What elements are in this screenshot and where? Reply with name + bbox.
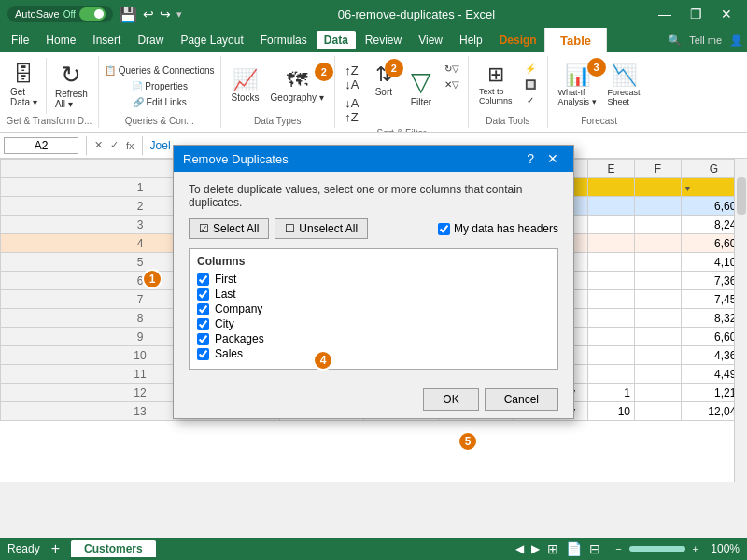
scroll-right-btn[interactable]: ▶	[531, 542, 540, 555]
formula-accept-btn[interactable]: ✓	[110, 139, 119, 151]
quick-access-more[interactable]: ▾	[176, 8, 182, 21]
dialog-close-btn[interactable]: ✕	[542, 151, 564, 166]
cell-f13[interactable]	[635, 402, 682, 421]
table-tab[interactable]: Table	[544, 28, 607, 52]
menu-review[interactable]: Review	[358, 31, 409, 49]
scroll-left-btn[interactable]: ◀	[515, 542, 524, 555]
menu-view[interactable]: View	[411, 31, 450, 49]
menu-file[interactable]: File	[4, 31, 36, 49]
vertical-scrollbar[interactable]	[734, 159, 747, 482]
menu-insert[interactable]: Insert	[85, 31, 128, 49]
cell-e1[interactable]	[588, 178, 635, 197]
zoom-minus-btn[interactable]: −	[615, 543, 621, 554]
formula-insert-fn-btn[interactable]: fx	[126, 140, 134, 151]
cell-e6[interactable]	[588, 272, 635, 290]
reapply-btn[interactable]: ↻▽	[442, 62, 462, 76]
col-checkbox-last[interactable]	[197, 288, 209, 301]
refresh-all-btn[interactable]: ↻ RefreshAll ▾	[50, 60, 92, 112]
cell-e13[interactable]: 10	[588, 402, 635, 421]
remove-duplicates-btn[interactable]: 🔲	[519, 77, 542, 91]
cell-e12[interactable]: 1	[588, 384, 635, 402]
menu-help[interactable]: Help	[452, 31, 490, 49]
cell-e2[interactable]	[588, 197, 635, 216]
cell-e8[interactable]	[588, 309, 635, 328]
menu-draw[interactable]: Draw	[130, 31, 171, 49]
filter-drop-g1[interactable]: ▾	[685, 184, 690, 193]
cell-f1[interactable]	[635, 178, 682, 197]
col-header-f[interactable]: F	[635, 160, 682, 178]
undo-btn[interactable]: ↩	[143, 7, 154, 21]
geography-btn[interactable]: 2 🗺 Geography ▾	[266, 67, 329, 105]
cell-f7[interactable]	[635, 290, 682, 309]
cell-e10[interactable]	[588, 346, 635, 365]
get-data-btn[interactable]: 🗄 GetData ▾	[6, 62, 42, 110]
cell-f4[interactable]	[635, 234, 682, 253]
cell-f6[interactable]	[635, 272, 682, 290]
menu-formulas[interactable]: Formulas	[253, 31, 315, 49]
col-checkbox-city[interactable]	[197, 318, 209, 330]
menu-page-layout[interactable]: Page Layout	[173, 31, 250, 49]
tell-me-input[interactable]: Tell me	[689, 35, 722, 46]
what-if-btn[interactable]: 3 📊 What-IfAnalysis ▾	[554, 63, 601, 109]
my-data-headers-label[interactable]: My data has headers	[438, 222, 558, 235]
flash-fill-btn[interactable]: ⚡	[519, 62, 542, 76]
sort-btn[interactable]: 2 ⇅ Sort	[367, 62, 401, 100]
save-icon[interactable]: 💾	[119, 6, 137, 23]
cell-f5[interactable]	[635, 253, 682, 272]
col-checkbox-sales[interactable]	[197, 348, 209, 360]
clear-btn[interactable]: ✕▽	[442, 77, 462, 91]
select-all-btn[interactable]: ☑ Select All	[189, 218, 269, 239]
dialog-ok-btn[interactable]: OK	[423, 388, 478, 411]
dialog-cancel-btn[interactable]: Cancel	[485, 388, 558, 411]
col-checkbox-packages[interactable]	[197, 333, 209, 345]
share-icon[interactable]: 👤	[729, 34, 743, 47]
col-checkbox-first[interactable]	[197, 273, 209, 286]
autosave-toggle-switch[interactable]	[79, 7, 106, 21]
cell-f8[interactable]	[635, 309, 682, 328]
formula-cancel-btn[interactable]: ✕	[94, 139, 103, 151]
menu-design[interactable]: Design	[492, 31, 544, 49]
properties-btn[interactable]: 📄 Properties	[132, 81, 188, 91]
text-to-columns-btn[interactable]: ⊞ Text toColumns	[474, 62, 517, 108]
sort-za-btn[interactable]: ↓A↑Z	[341, 94, 363, 126]
name-box[interactable]: A2	[4, 137, 78, 154]
cell-e4[interactable]	[588, 234, 635, 253]
cell-f9[interactable]	[635, 328, 682, 346]
unselect-all-btn[interactable]: ☐ Unselect All	[275, 218, 368, 239]
minimize-btn[interactable]: —	[651, 5, 679, 23]
cell-f11[interactable]	[635, 365, 682, 384]
cell-f12[interactable]	[635, 384, 682, 402]
col-checkbox-company[interactable]	[197, 303, 209, 315]
cell-e11[interactable]	[588, 365, 635, 384]
dialog-help-btn[interactable]: ?	[521, 151, 540, 166]
autosave-toggle[interactable]: AutoSave Off	[7, 6, 113, 22]
menu-data[interactable]: Data	[317, 31, 356, 49]
search-icon[interactable]: 🔍	[668, 34, 682, 47]
cell-e7[interactable]	[588, 290, 635, 309]
edit-links-btn[interactable]: 🔗 Edit Links	[133, 97, 187, 107]
data-validation-btn[interactable]: ✓	[519, 93, 542, 107]
cell-f3[interactable]	[635, 216, 682, 234]
sheet-tab-customers[interactable]: Customers	[71, 540, 156, 557]
normal-view-btn[interactable]: ⊞	[547, 541, 558, 556]
zoom-slider[interactable]	[629, 546, 685, 552]
queries-connections-btn[interactable]: 📋 Queries & Connections	[105, 65, 215, 76]
forecast-sheet-btn[interactable]: 📉 ForecastSheet	[603, 63, 645, 109]
redo-btn[interactable]: ↪	[160, 7, 171, 21]
page-break-view-btn[interactable]: ⊟	[589, 541, 600, 556]
filter-btn[interactable]: ▽ Filter	[402, 62, 440, 112]
close-btn[interactable]: ✕	[713, 5, 740, 23]
zoom-plus-btn[interactable]: +	[693, 543, 698, 554]
page-layout-view-btn[interactable]: 📄	[566, 541, 582, 556]
col-header-e[interactable]: E	[588, 160, 635, 178]
cell-e5[interactable]	[588, 253, 635, 272]
restore-btn[interactable]: ❐	[683, 5, 710, 23]
my-data-headers-checkbox[interactable]	[438, 223, 450, 235]
stocks-btn[interactable]: 📈 Stocks	[227, 67, 264, 105]
cell-e9[interactable]	[588, 328, 635, 346]
cell-f2[interactable]	[635, 197, 682, 216]
add-sheet-btn[interactable]: +	[51, 540, 60, 557]
cell-e3[interactable]	[588, 216, 635, 234]
cell-f10[interactable]	[635, 346, 682, 365]
menu-home[interactable]: Home	[38, 31, 83, 49]
